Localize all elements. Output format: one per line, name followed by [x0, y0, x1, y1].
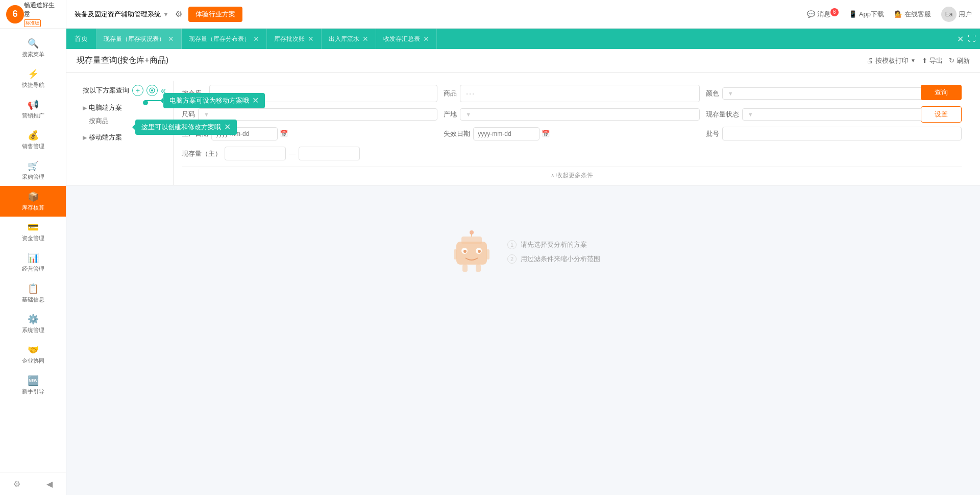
edit-scheme-button[interactable]: [146, 85, 158, 96]
svg-rect-10: [454, 249, 457, 260]
filter-header: 按以下方案查询 + «: [77, 85, 173, 101]
tab-inventory-status[interactable]: 现存量（库存状况表） ✕: [96, 29, 182, 49]
svg-point-8: [463, 250, 467, 253]
marketing-icon: 📢: [28, 99, 39, 110]
field-exp-date: 失效日期 📅: [444, 127, 699, 140]
settings-bottom-icon[interactable]: ⚙: [13, 479, 20, 489]
sidebar-item-quick[interactable]: ⚡ 快捷导航: [0, 63, 66, 94]
tab-close-icon[interactable]: ✕: [308, 35, 314, 43]
tooltip-pc-close[interactable]: ✕: [252, 97, 259, 105]
exp-date-from[interactable]: [473, 127, 540, 140]
sidebar-item-enterprise[interactable]: 🤝 企业协同: [0, 339, 66, 370]
sales-icon: 💰: [28, 130, 39, 141]
tab-flow[interactable]: 出入库流水 ✕: [322, 29, 376, 49]
print-action[interactable]: 🖨 按模板打印 ▼: [867, 56, 916, 65]
online-support-label: 在线客服: [904, 10, 931, 19]
phone-icon: 📱: [849, 10, 857, 18]
stock-qty-label: 现存量（主）: [182, 149, 222, 158]
sidebar-item-basic[interactable]: 📋 基础信息: [0, 278, 66, 309]
sidebar-item-label: 销售管理: [22, 143, 44, 150]
sidebar-item-guide[interactable]: 🆕 新手引导: [0, 370, 66, 400]
filter-row-2: 尺码 ▼ 产地 ▼ 现存量状态 ▼: [182, 108, 962, 121]
svg-rect-11: [486, 249, 489, 260]
refresh-action[interactable]: ↻ 刷新: [949, 56, 970, 65]
tab-label: 现存量（库存状况表）: [104, 35, 165, 43]
origin-select[interactable]: ▼: [460, 108, 699, 121]
support-icon: 💁: [894, 10, 902, 18]
tab-close-icon[interactable]: ✕: [423, 35, 429, 43]
export-action[interactable]: ⬆ 导出: [922, 56, 943, 65]
sidebar-item-label: 搜索菜单: [22, 51, 44, 58]
batch-input[interactable]: [722, 127, 962, 140]
collapse-bar[interactable]: ∧ 收起更多条件: [182, 167, 962, 185]
app-download-label: App下载: [859, 10, 884, 19]
size-select[interactable]: ▼: [198, 108, 437, 121]
tab-close-icon[interactable]: ✕: [168, 35, 174, 43]
chevron-up-icon: ∧: [551, 173, 554, 178]
chevron-down-icon: ▼: [728, 90, 733, 97]
export-label: 导出: [929, 56, 943, 65]
print-dropdown-icon: ▼: [911, 58, 916, 63]
sidebar-item-system[interactable]: ⚙️ 系统管理: [0, 309, 66, 339]
step-num-2: 2: [507, 254, 517, 264]
calendar-icon[interactable]: 📅: [280, 130, 288, 137]
chevron-down-icon: ▼: [465, 111, 471, 117]
stock-qty-from[interactable]: [225, 147, 286, 160]
online-support-action[interactable]: 💁 在线客服: [894, 10, 931, 19]
batch-label: 批号: [706, 129, 719, 138]
tab-label: 库存批次账: [274, 35, 305, 43]
header-right: 💬 消息 6 📱 App下载 💁 在线客服 Ea 用户: [807, 7, 972, 22]
guide-icon: 🆕: [28, 375, 39, 386]
sidebar-item-operations[interactable]: 📊 经营管理: [0, 247, 66, 278]
expand-icon: ▶: [83, 105, 87, 111]
notifications-badge: 6: [830, 8, 839, 16]
settings-icon[interactable]: ⚙: [175, 9, 182, 19]
tab-home[interactable]: 首页: [66, 29, 96, 49]
field-stock-qty: 现存量（主） —: [182, 147, 437, 160]
tab-inventory-dist[interactable]: 现存量（库存分布表） ✕: [182, 29, 267, 49]
search-button[interactable]: 查询: [921, 85, 962, 100]
sidebar-item-sales[interactable]: 💰 销售管理: [0, 125, 66, 155]
sidebar-item-inventory[interactable]: 📦 库存核算: [0, 186, 66, 217]
page-header: 现存量查询(按仓库+商品) 🖨 按模板打印 ▼ ⬆ 导出 ↻ 刷新: [66, 49, 980, 73]
trial-button[interactable]: 体验行业方案: [188, 7, 242, 22]
tab-end-controls: ✕ ⛶: [957, 34, 980, 44]
calendar-icon-2[interactable]: 📅: [542, 130, 550, 137]
svg-point-1: [151, 89, 153, 91]
system-title[interactable]: 装备及固定资产辅助管理系统 ▼: [75, 10, 169, 19]
tooltip-edit-close[interactable]: ✕: [224, 123, 231, 131]
notifications-action[interactable]: 💬 消息 6: [807, 10, 839, 19]
expand-icon: ▶: [83, 134, 87, 141]
sidebar-item-finance[interactable]: 💳 资金管理: [0, 217, 66, 247]
tab-receive-summary[interactable]: 收发存汇总表 ✕: [376, 29, 437, 49]
collapse-sidebar-icon[interactable]: ◀: [46, 479, 53, 489]
tab-batch[interactable]: 库存批次账 ✕: [267, 29, 322, 49]
goods-input[interactable]: ⋯: [460, 85, 699, 102]
prod-date-range: 📅: [211, 127, 437, 140]
scheme-tree-pc[interactable]: ▶ 电脑端方案: [77, 101, 173, 114]
sidebar-item-marketing[interactable]: 📢 营销推广: [0, 94, 66, 125]
tab-close-icon[interactable]: ✕: [253, 35, 259, 43]
page-actions: 🖨 按模板打印 ▼ ⬆ 导出 ↻ 刷新: [867, 56, 970, 65]
sidebar-item-label: 系统管理: [22, 326, 44, 334]
empty-steps: 1 请先选择要分析的方案 2 用过滤条件来缩小分析范围: [507, 240, 600, 264]
tab-close-icon[interactable]: ✕: [362, 35, 369, 43]
field-batch: 批号: [706, 127, 962, 140]
tab-maximize-icon[interactable]: ⛶: [968, 34, 976, 43]
print-label: 按模板打印: [875, 56, 909, 65]
filter-area: 按以下方案查询 + « ▶ 电脑端方案 按商品 ▶ 移动端方案: [66, 73, 980, 185]
user-action[interactable]: Ea 用户: [941, 7, 972, 22]
sidebar-item-purchase[interactable]: 🛒 采购管理: [0, 155, 66, 186]
step-label-2: 用过滤条件来缩小分析范围: [521, 254, 600, 264]
tab-close-all-icon[interactable]: ✕: [957, 34, 964, 44]
sidebar-item-label: 企业协同: [22, 357, 44, 365]
quick-icon: ⚡: [28, 68, 39, 80]
reset-button[interactable]: 设置: [921, 106, 962, 123]
stock-qty-to[interactable]: [299, 147, 360, 160]
purchase-icon: 🛒: [28, 160, 39, 172]
sidebar-item-search[interactable]: 🔍 搜索菜单: [0, 33, 66, 63]
app-download-action[interactable]: 📱 App下载: [849, 10, 884, 19]
add-scheme-button[interactable]: +: [132, 85, 143, 96]
sidebar-item-label: 采购管理: [22, 173, 44, 181]
main-content: 现存量查询(按仓库+商品) 🖨 按模板打印 ▼ ⬆ 导出 ↻ 刷新 按以下方案查…: [66, 49, 980, 495]
